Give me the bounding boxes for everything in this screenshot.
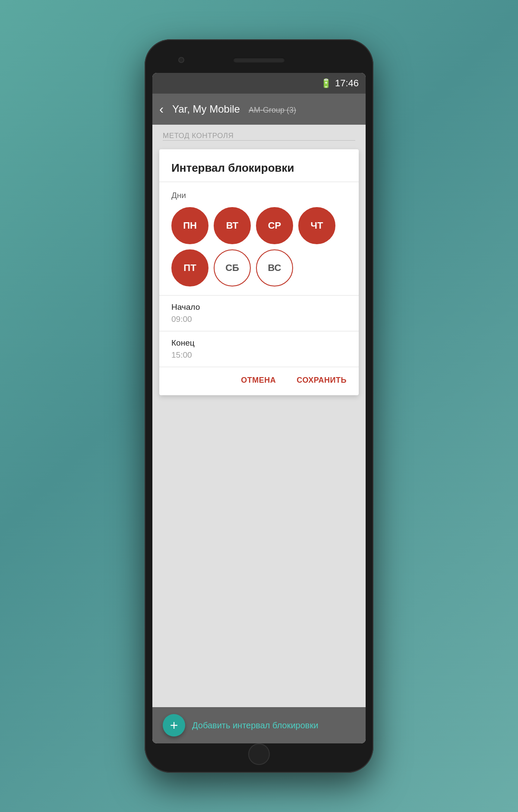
back-button[interactable]: ‹ bbox=[159, 102, 164, 116]
bottom-bar: + Добавить интервал блокировки bbox=[152, 707, 366, 743]
app-bar: ‹ Yar, My Mobile AM-Group (3) bbox=[152, 94, 366, 125]
end-time-label: Конец bbox=[171, 338, 347, 348]
days-grid: ПН ВТ СР ЧТ ПТ bbox=[171, 207, 347, 286]
phone-frame: 🔋 17:46 ‹ Yar, My Mobile AM-Group (3) МЕ… bbox=[145, 39, 373, 773]
day-button-vt[interactable]: ВТ bbox=[214, 207, 251, 244]
status-time: 17:46 bbox=[335, 78, 359, 89]
phone-top bbox=[152, 47, 366, 73]
day-button-sr[interactable]: СР bbox=[256, 207, 293, 244]
app-subtitle-text: AM-Group (3) bbox=[249, 106, 296, 114]
add-icon: + bbox=[170, 718, 178, 733]
end-time-section[interactable]: Конец 15:00 bbox=[159, 331, 359, 367]
day-button-sb[interactable]: СБ bbox=[214, 249, 251, 286]
status-bar: 🔋 17:46 bbox=[152, 73, 366, 94]
add-interval-label[interactable]: Добавить интервал блокировки bbox=[192, 721, 318, 730]
day-button-cht[interactable]: ЧТ bbox=[298, 207, 335, 244]
app-bar-title: Yar, My Mobile AM-Group (3) bbox=[172, 103, 359, 115]
end-time-value: 15:00 bbox=[171, 350, 347, 360]
start-time-label: Начало bbox=[171, 302, 347, 312]
add-interval-fab[interactable]: + bbox=[163, 714, 185, 736]
phone-screen: 🔋 17:46 ‹ Yar, My Mobile AM-Group (3) МЕ… bbox=[152, 73, 366, 743]
dialog-actions: ОТМЕНА СОХРАНИТЬ bbox=[159, 367, 359, 395]
phone-bottom bbox=[152, 743, 366, 765]
battery-icon: 🔋 bbox=[321, 78, 332, 88]
start-time-value: 09:00 bbox=[171, 315, 347, 324]
days-label: Дни bbox=[171, 191, 347, 200]
days-section: Дни ПН ВТ СР ЧТ bbox=[159, 182, 359, 295]
app-title-text: Yar, My Mobile bbox=[172, 103, 240, 115]
save-button[interactable]: СОХРАНИТЬ bbox=[291, 372, 352, 388]
day-button-pt[interactable]: ПТ bbox=[171, 249, 208, 286]
camera bbox=[178, 57, 184, 63]
section-divider bbox=[163, 140, 355, 141]
section-header-text: МЕТОД КОНТРОЛЯ bbox=[163, 132, 355, 140]
day-button-vs[interactable]: ВС bbox=[256, 249, 293, 286]
speaker bbox=[233, 57, 285, 63]
cancel-button[interactable]: ОТМЕНА bbox=[236, 372, 281, 388]
day-button-pn[interactable]: ПН bbox=[171, 207, 208, 244]
start-time-section[interactable]: Начало 09:00 bbox=[159, 295, 359, 331]
dialog-card: Интервал блокировки Дни ПН ВТ СР bbox=[159, 149, 359, 395]
section-header-area: МЕТОД КОНТРОЛЯ bbox=[152, 125, 366, 144]
dialog-title: Интервал блокировки bbox=[159, 149, 359, 182]
home-button[interactable] bbox=[248, 743, 270, 765]
